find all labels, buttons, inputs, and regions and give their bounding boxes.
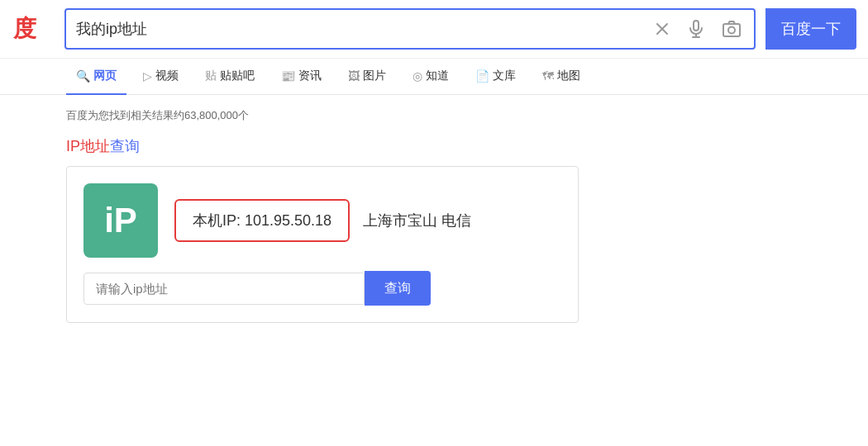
ip-logo-text: iP [104, 201, 137, 240]
nav-item-video[interactable]: ▷ 视频 [133, 59, 188, 95]
nav-label-zhidao: 知道 [426, 69, 449, 83]
nav-label-wenku: 文库 [493, 69, 516, 83]
ip-address-box: 本机IP: 101.95.50.18 [174, 199, 350, 242]
nav-label-webpage: 网页 [93, 69, 117, 83]
search-bar [64, 8, 756, 50]
nav-label-video: 视频 [155, 69, 179, 83]
camera-icon [723, 21, 741, 37]
ip-input-row: 查询 [83, 271, 561, 306]
zhidao-icon: ◎ [413, 69, 422, 83]
nav-bar: 🔍 网页 ▷ 视频 贴 贴贴吧 📰 资讯 🖼 图片 ◎ 知道 📄 文库 🗺 地图 [0, 59, 868, 95]
ip-card: iP 本机IP: 101.95.50.18 上海市宝山 电信 查询 [66, 166, 579, 323]
title-highlight: IP地址 [66, 138, 110, 154]
nav-item-map[interactable]: 🗺 地图 [532, 59, 590, 95]
svg-point-6 [728, 27, 735, 34]
video-icon: ▷ [143, 69, 152, 83]
title-blue: 查询 [110, 138, 140, 154]
nav-item-tieba[interactable]: 贴 贴贴吧 [195, 59, 265, 95]
search-button[interactable]: 百度一下 [765, 8, 856, 50]
svg-rect-5 [723, 24, 740, 36]
nav-label-tieba: 贴贴吧 [220, 69, 255, 83]
result-count: 百度为您找到相关结果约63,800,000个 [66, 108, 802, 123]
voice-button[interactable] [684, 17, 708, 41]
ip-query-input[interactable] [83, 273, 365, 305]
news-icon: 📰 [281, 69, 295, 83]
result-link[interactable]: IP地址查询 [66, 138, 140, 154]
search-icons [651, 17, 744, 41]
microphone-icon [688, 20, 704, 38]
logo-text: 度 [13, 16, 35, 41]
nav-label-image: 图片 [363, 69, 386, 83]
first-result-title: IP地址查询 [66, 136, 802, 156]
search-results: 百度为您找到相关结果约63,800,000个 IP地址查询 iP 本机IP: 1… [0, 95, 868, 336]
ip-logo: iP [83, 183, 158, 258]
clear-button[interactable] [651, 18, 673, 40]
nav-item-zhidao[interactable]: ◎ 知道 [403, 59, 459, 95]
header: 度 [0, 0, 868, 59]
ip-card-top: iP 本机IP: 101.95.50.18 上海市宝山 电信 [83, 183, 561, 258]
close-icon [655, 21, 670, 36]
search-input[interactable] [76, 21, 643, 38]
svg-rect-2 [694, 21, 699, 31]
ip-query-button[interactable]: 查询 [365, 271, 431, 306]
tieba-icon: 贴 [205, 69, 217, 83]
nav-item-wenku[interactable]: 📄 文库 [465, 59, 526, 95]
nav-item-webpage[interactable]: 🔍 网页 [66, 59, 126, 95]
ip-address-text: 本机IP: 101.95.50.18 [193, 212, 331, 229]
nav-label-map: 地图 [557, 69, 580, 83]
search-icon: 🔍 [76, 69, 90, 83]
wenku-icon: 📄 [475, 69, 489, 83]
image-icon: 🖼 [348, 69, 360, 83]
camera-button[interactable] [719, 17, 744, 40]
ip-location: 上海市宝山 电信 [363, 211, 471, 230]
nav-label-news: 资讯 [298, 69, 322, 83]
nav-item-image[interactable]: 🖼 图片 [338, 59, 396, 95]
map-icon: 🗺 [542, 69, 554, 83]
ip-info: 本机IP: 101.95.50.18 上海市宝山 电信 [174, 199, 471, 242]
nav-item-news[interactable]: 📰 资讯 [271, 59, 331, 95]
baidu-logo: 度 [13, 13, 55, 45]
